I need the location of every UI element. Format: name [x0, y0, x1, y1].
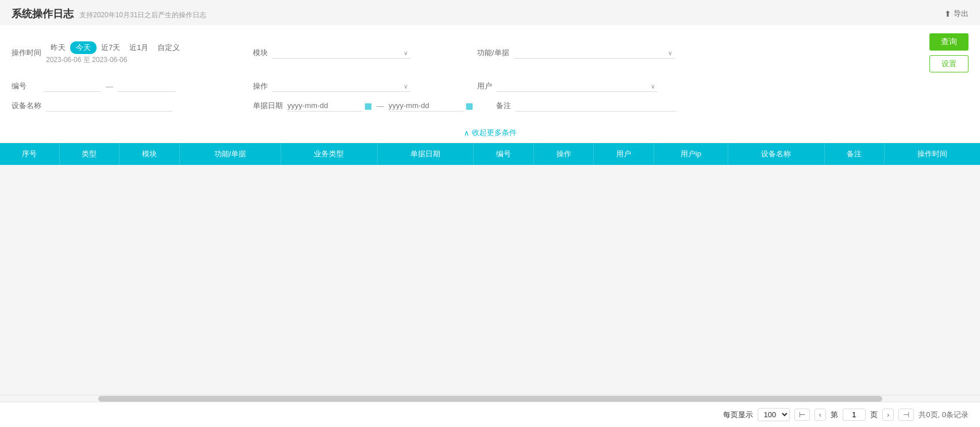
- col-device: 设备名称: [728, 143, 824, 165]
- time-btn-1month[interactable]: 近1月: [125, 41, 153, 54]
- last-page-button[interactable]: ⊣: [898, 409, 914, 421]
- function-cell: 功能/单据 ∨: [477, 47, 918, 59]
- module-input[interactable]: [272, 47, 410, 59]
- function-input[interactable]: [514, 47, 675, 59]
- col-operation: 操作: [533, 143, 593, 165]
- time-label: 操作时间: [11, 48, 41, 58]
- col-module: 模块: [120, 143, 179, 165]
- col-date: 单据日期: [377, 143, 474, 165]
- function-label: 功能/单据: [477, 48, 509, 58]
- date-end-calendar-icon[interactable]: ▦: [466, 101, 473, 110]
- time-btn-custom[interactable]: 自定义: [153, 41, 185, 54]
- horizontal-scrollbar[interactable]: [0, 395, 980, 402]
- date-label: 单据日期: [253, 101, 283, 111]
- data-table: 序号 类型 模块 功能/单据 业务类型 单据日期 编号 操作 用户 用户ip 设…: [0, 143, 980, 165]
- filter-section: 操作时间 昨天 今天 近7天 近1月 自定义 2023-06-06 至 2023…: [0, 25, 980, 123]
- user-label: 用户: [477, 81, 492, 91]
- device-input[interactable]: [46, 100, 172, 111]
- settings-button[interactable]: 设置: [929, 55, 969, 72]
- prev-page-button[interactable]: ‹: [814, 409, 826, 421]
- time-range-display: 2023-06-06 至 2023-06-06: [46, 55, 185, 65]
- query-button[interactable]: 查询: [929, 33, 969, 51]
- export-button[interactable]: ⬆ 导出: [944, 9, 969, 19]
- code-end-input[interactable]: [118, 80, 175, 92]
- time-filter-group: 昨天 今天 近7天 近1月 自定义: [46, 41, 185, 54]
- date-cell: 单据日期 ▦ — ▦: [253, 100, 473, 111]
- col-code: 编号: [474, 143, 533, 165]
- table-container: 序号 类型 模块 功能/单据 业务类型 单据日期 编号 操作 用户 用户ip 设…: [0, 143, 980, 395]
- time-btn-today[interactable]: 今天: [70, 41, 97, 54]
- col-type: 类型: [59, 143, 119, 165]
- col-index: 序号: [0, 143, 59, 165]
- action-buttons: 查询 设置: [918, 33, 969, 72]
- first-page-button[interactable]: ⊢: [794, 409, 810, 421]
- page-header: 系统操作日志 支持2020年10月31日之后产生的操作日志 ⬆ 导出: [0, 0, 980, 25]
- col-optime: 操作时间: [884, 143, 980, 165]
- per-page-select[interactable]: 100 50 200: [758, 408, 790, 421]
- total-info: 共0页, 0条记录: [918, 410, 969, 420]
- code-label: 编号: [11, 81, 39, 91]
- col-userip: 用户ip: [654, 143, 728, 165]
- col-function: 功能/单据: [179, 143, 280, 165]
- collapse-bar[interactable]: ∧ 收起更多条件: [0, 123, 980, 143]
- pagination-bar: 每页显示 100 50 200 ⊢ ‹ 第 页 › ⊣ 共0页, 0条记录: [0, 402, 980, 427]
- remark-label: 备注: [496, 101, 511, 111]
- date-start-calendar-icon[interactable]: ▦: [364, 101, 372, 110]
- page-unit: 页: [870, 410, 878, 420]
- date-start-input[interactable]: [287, 100, 362, 111]
- page-title: 系统操作日志: [11, 7, 74, 21]
- table-header-row: 序号 类型 模块 功能/单据 业务类型 单据日期 编号 操作 用户 用户ip 设…: [0, 143, 980, 165]
- user-input[interactable]: [497, 80, 658, 92]
- date-range-dash: —: [376, 102, 384, 110]
- time-btn-yesterday[interactable]: 昨天: [46, 41, 70, 54]
- module-label: 模块: [253, 48, 268, 58]
- code-cell: 编号 —: [11, 80, 230, 92]
- remark-input[interactable]: [516, 100, 677, 111]
- next-page-button[interactable]: ›: [882, 409, 894, 421]
- operation-input[interactable]: [272, 80, 410, 92]
- filter-row-3: 设备名称 单据日期 ▦ — ▦ 备注: [11, 100, 969, 111]
- filter-row-1: 操作时间 昨天 今天 近7天 近1月 自定义 2023-06-06 至 2023…: [11, 33, 969, 72]
- page-number-input[interactable]: [843, 409, 866, 421]
- collapse-label: 收起更多条件: [472, 128, 517, 138]
- device-cell: 设备名称: [11, 100, 230, 111]
- export-icon: ⬆: [944, 9, 951, 18]
- code-dash: —: [106, 82, 113, 91]
- time-filter-cell: 操作时间 昨天 今天 近7天 近1月 自定义 2023-06-06 至 2023…: [11, 41, 230, 65]
- date-end-input[interactable]: [389, 100, 463, 111]
- operation-cell: 操作 ∨: [253, 80, 454, 92]
- module-cell: 模块 ∨: [253, 47, 454, 59]
- code-start-input[interactable]: [44, 80, 101, 92]
- page-label: 第: [831, 410, 838, 420]
- user-cell: 用户 ∨: [477, 80, 900, 92]
- collapse-icon: ∧: [464, 129, 470, 137]
- operation-label: 操作: [253, 81, 268, 91]
- scrollbar-thumb: [98, 396, 882, 402]
- export-label: 导出: [954, 9, 969, 19]
- filter-row-2: 编号 — 操作 ∨ 用户 ∨: [11, 80, 969, 92]
- time-btn-7days[interactable]: 近7天: [97, 41, 125, 54]
- page-subtitle: 支持2020年10月31日之后产生的操作日志: [79, 10, 206, 20]
- device-label: 设备名称: [11, 101, 41, 111]
- col-user: 用户: [594, 143, 654, 165]
- col-remark: 备注: [824, 143, 884, 165]
- remark-cell: 备注: [496, 100, 900, 111]
- per-page-label: 每页显示: [723, 410, 753, 420]
- col-biztype: 业务类型: [281, 143, 378, 165]
